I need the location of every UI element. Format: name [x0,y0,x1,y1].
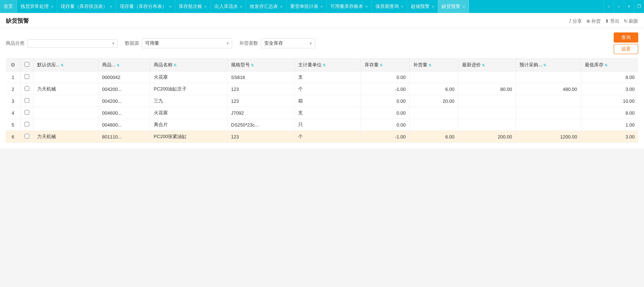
unit-sort[interactable]: 主计量单位 ⇅ [298,62,326,68]
nav-tab-4[interactable]: 库存批次账 × [175,0,210,13]
close-tab-9-icon[interactable]: × [401,4,403,9]
spec-sort[interactable]: 规格型号 ⇅ [231,62,254,68]
close-tab-11-icon[interactable]: × [462,4,465,9]
nav-tab-10[interactable]: 超储预警 × [407,0,438,13]
th-supplier[interactable]: 默认供应... ⇅ [33,59,98,71]
nav-arrows: ‹ › × ❐ [604,0,644,13]
select-all-checkbox[interactable] [25,62,29,67]
row-latest-price-1: 80.00 [458,83,516,95]
replenish-sort[interactable]: 补货量 ⇅ [413,62,431,68]
nav-tab-1[interactable]: 拣货异常处理 × [17,0,57,13]
nav-tab-8[interactable]: 可用量库存账本 × [327,0,371,13]
estimated-sort[interactable]: 预计采购... ⇅ [519,62,546,68]
close-tab-10-icon[interactable]: × [432,4,434,9]
restock-button[interactable]: ⊕ 补货 [586,18,601,25]
code-sort-icon: ⇅ [117,63,119,67]
share-button[interactable]: ⤴ 分享 [569,18,582,25]
th-code[interactable]: 商品... ⇅ [98,59,150,71]
th-latest-price[interactable]: 最新进价 ⇅ [458,59,516,71]
th-unit[interactable]: 主计量单位 ⇅ [294,59,361,71]
row-check-1[interactable] [20,83,33,95]
nav-tab-3[interactable]: 现存量（库存分布表） × [116,0,175,13]
row-num-4: 5 [6,119,20,131]
stock-sort[interactable]: 库存量 ⇅ [365,62,383,68]
estimated-sort-icon: ⇅ [543,63,546,67]
close-tab-8-icon[interactable]: × [365,4,367,9]
th-spec[interactable]: 规格型号 ⇅ [227,59,295,71]
row-checkbox-0[interactable] [25,74,29,79]
row-spec-4: DS250*23c... [227,119,295,131]
row-num-0: 1 [6,71,20,83]
latest-price-sort[interactable]: 最新进价 ⇅ [462,62,485,68]
th-name[interactable]: 商品名称 ⇅ [150,59,227,71]
nav-tab-11[interactable]: 缺货预警 × [438,0,469,13]
nav-tab-2[interactable]: 现存量（库存状况表） × [57,0,116,13]
category-select[interactable]: ▾ [27,39,118,48]
filter-bar: 商品分类 ▾ 数据源 可用量 ▾ 补货基数 安全库存 ▾ 查询 设置 [0,28,644,58]
th-stock[interactable]: 库存量 ⇅ [361,59,409,71]
row-checkbox-5[interactable] [25,134,29,138]
datasource-select[interactable]: 可用量 ▾ [142,38,232,48]
row-checkbox-4[interactable] [25,122,29,127]
th-replenish[interactable]: 补货量 ⇅ [409,59,458,71]
query-button[interactable]: 查询 [614,32,638,43]
settings-button[interactable]: 设置 [614,44,638,54]
nav-tab-5[interactable]: 出入库流水 × [211,0,246,13]
row-checkbox-3[interactable] [25,110,29,115]
row-code-5: 801110... [98,131,150,143]
nav-tab-7[interactable]: 要货单统计表 × [287,0,327,13]
nav-fullscreen-button[interactable]: ❐ [634,0,644,13]
row-checkbox-2[interactable] [25,98,29,103]
filter-actions: 查询 设置 [614,32,638,54]
name-sort[interactable]: 商品名称 ⇅ [154,62,177,68]
row-check-5[interactable] [20,131,33,143]
nav-next-button[interactable]: › [614,0,624,13]
min-stock-sort[interactable]: 最低库存 ⇅ [585,62,608,68]
share-icon: ⤴ [569,18,571,24]
row-name-1: PC200油缸庄子 [150,83,227,95]
table-row: 6 力天机械 801110... PC200张紧油缸 123 个 -1.00 6… [6,131,638,143]
table-row: 4 004600... 火花塞 J7092 支 0.00 8.00 [6,107,638,119]
row-stock-3: 0.00 [361,107,409,119]
row-code-3: 004600... [98,107,150,119]
close-tab-7-icon[interactable]: × [321,4,323,9]
row-check-2[interactable] [20,95,33,107]
refresh-button[interactable]: ↻ 刷新 [624,18,638,25]
row-estimated-2 [516,95,581,107]
min-stock-sort-icon: ⇅ [605,63,608,67]
column-settings-icon[interactable]: ⚙ [10,62,15,68]
close-tab-2-icon[interactable]: × [110,4,112,9]
row-check-4[interactable] [20,119,33,131]
row-latest-price-5: 200.00 [458,131,516,143]
table-row: 5 004800... 离合片 DS250*23c... 只 0.00 1.00 [6,119,638,131]
row-latest-price-2 [458,95,516,107]
nav-close-button[interactable]: × [624,0,634,13]
close-tab-6-icon[interactable]: × [280,4,282,9]
unit-sort-icon: ⇅ [323,63,326,67]
replenish-filter-group: 补货基数 安全库存 ▾ [239,38,315,48]
nav-tab-6[interactable]: 收发存汇总表 × [246,0,286,13]
export-button[interactable]: ⬆ 导出 [605,18,619,25]
row-stock-5: -1.00 [361,131,409,143]
row-replenish-0 [409,71,458,83]
th-estimated[interactable]: 预计采购... ⇅ [516,59,581,71]
row-num-3: 4 [6,107,20,119]
nav-prev-button[interactable]: ‹ [604,0,614,13]
row-name-3: 火花塞 [150,107,227,119]
nav-tab-home[interactable]: 首页 [0,0,17,13]
row-check-0[interactable] [20,71,33,83]
close-tab-4-icon[interactable]: × [204,4,206,9]
th-min-stock[interactable]: 最低库存 ⇅ [581,59,638,71]
table-body: 1 0000042 火花塞 SS816 支 0.00 8.00 2 力天机械 0… [6,71,638,143]
close-tab-3-icon[interactable]: × [169,4,171,9]
close-tab-1-icon[interactable]: × [51,4,53,9]
close-tab-5-icon[interactable]: × [240,4,242,9]
row-replenish-4 [409,119,458,131]
replenish-select[interactable]: 安全库存 ▾ [261,38,315,48]
supplier-sort[interactable]: 默认供应... ⇅ [37,62,64,68]
replenish-label: 补货基数 [239,40,258,47]
code-sort[interactable]: 商品... ⇅ [102,62,119,68]
row-checkbox-1[interactable] [25,86,29,91]
nav-tab-9[interactable]: 保质期查询 × [372,0,407,13]
row-check-3[interactable] [20,107,33,119]
